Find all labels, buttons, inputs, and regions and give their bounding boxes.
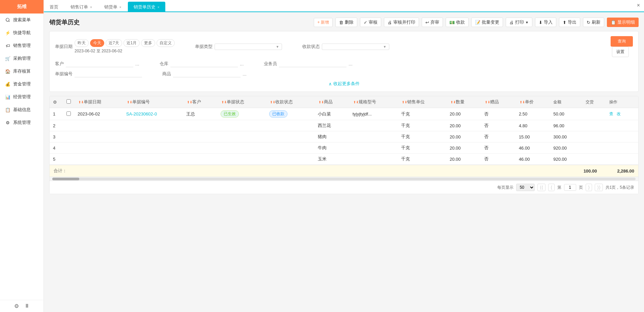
show-detail-button[interactable]: 📋 显示明细 [607, 18, 639, 27]
tag-icon: 🏷 [5, 43, 10, 48]
cell-date [74, 131, 123, 142]
tab-sales-delivery-close[interactable]: × [119, 5, 121, 9]
goods-input[interactable] [173, 71, 241, 77]
delete-icon: 🗑 [339, 20, 343, 25]
sort-qty-button[interactable]: ⬆⬇数量 [450, 99, 465, 104]
next-page-button[interactable]: ⟩ [586, 184, 592, 191]
first-page-button[interactable]: ⟨⟨ [537, 184, 545, 191]
date-chip-7days[interactable]: 近7天 [106, 39, 122, 47]
scroll-thumb[interactable] [52, 178, 79, 180]
doc-type-label: 单据类型 [195, 44, 213, 50]
sidebar-item-sales-mgmt[interactable]: 🏷 销售管理 [0, 39, 44, 52]
doc-no-link[interactable]: SA-20230602-0 [126, 111, 157, 116]
salesperson-input[interactable] [279, 60, 346, 67]
batch-change-button[interactable]: 📝 批量变更 [471, 18, 503, 27]
bottom-pause-icon[interactable]: ⏸ [24, 303, 30, 309]
date-chip-1month[interactable]: 近1月 [123, 39, 140, 47]
audit-button[interactable]: ✓ 审核 [360, 18, 381, 27]
cell-gift: 否 [481, 142, 515, 154]
tab-home[interactable]: 首页 [44, 2, 64, 12]
refresh-button[interactable]: ↻ 刷新 [583, 18, 604, 27]
cell-gift: 否 [481, 120, 515, 131]
warehouse-input[interactable] [170, 60, 238, 67]
sort-price-button[interactable]: ⬆⬇单价 [519, 99, 534, 104]
sidebar-item-ops-mgmt[interactable]: 📊 经营管理 [0, 90, 44, 103]
sort-customer-button[interactable]: ⬆⬇客户 [186, 99, 201, 104]
cell-action [606, 131, 638, 142]
sidebar-item-base-info[interactable]: 📋 基础信息 [0, 103, 44, 116]
sidebar-item-quick-nav[interactable]: ⚡ 快捷导航 [0, 26, 44, 39]
scroll-bar-area[interactable] [50, 177, 638, 181]
cell-payment-status [266, 154, 314, 165]
tab-sales-order-close[interactable]: × [90, 5, 92, 9]
salesperson-dots-button[interactable]: ... [348, 61, 353, 67]
per-page-select[interactable]: 50 100 200 [516, 184, 535, 191]
last-page-button[interactable]: ⟩⟩ [595, 184, 603, 191]
sort-goods-button[interactable]: ⬆⬇商品 [318, 99, 333, 104]
prev-page-button[interactable]: ⟨ [548, 184, 555, 191]
th-qty: ⬆⬇数量 [446, 96, 481, 108]
row-checkbox[interactable] [66, 111, 71, 116]
select-all-checkbox[interactable] [66, 99, 71, 104]
sidebar-item-search-menu[interactable]: 搜索菜单 [0, 14, 44, 26]
date-chip-custom[interactable]: 自定义 [157, 39, 175, 47]
sort-doc-status-button[interactable]: ⬆⬇单据状态 [221, 99, 244, 104]
cell-payment-status: 已收款 [266, 108, 314, 120]
audit-print-button[interactable]: 🖨 审核并打印 [384, 18, 419, 27]
tab-sales-delivery-history[interactable]: 销货单历史 × [128, 2, 165, 12]
table-settings-icon[interactable]: ⚙ [53, 100, 57, 105]
tab-sales-delivery-history-close[interactable]: × [158, 5, 160, 9]
sort-doc-no-button[interactable]: ⬆⬇单据编号 [126, 99, 150, 104]
cell-doc-no [123, 154, 183, 165]
cell-qty: 20.00 [446, 142, 481, 154]
import-button[interactable]: ⬇ 导入 [535, 18, 556, 27]
new-button[interactable]: + 新增 [314, 18, 333, 27]
cell-doc-no: SA-20230602-0 [123, 108, 183, 120]
doc-no-input[interactable] [75, 71, 142, 77]
query-button[interactable]: 查询 [611, 36, 633, 47]
setup-button[interactable]: 设置 [612, 47, 629, 57]
collapse-button[interactable]: ∧ 收起更多条件 [55, 81, 633, 87]
cell-checkbox [63, 120, 74, 131]
cell-amount: 50.00 [550, 108, 582, 120]
print-button[interactable]: 🖨 打印 ▼ [506, 18, 532, 27]
tab-sales-order[interactable]: 销售订单 × [65, 2, 98, 12]
sidebar-item-inventory-calc[interactable]: 🏠 库存核算 [0, 65, 44, 78]
cell-goods: 玉米 [314, 154, 349, 165]
cell-goods: 牛肉 [314, 142, 349, 154]
export-button[interactable]: ⬆ 导出 [559, 18, 580, 27]
cell-payment-status [266, 142, 314, 154]
customer-dots-button[interactable]: ... [135, 61, 139, 67]
cell-doc-no [123, 120, 183, 131]
customer-input[interactable] [66, 60, 133, 67]
sidebar-item-sys-mgmt[interactable]: ⚙ 系统管理 [0, 116, 44, 129]
sort-date-button[interactable]: ⬆⬇单据日期 [78, 99, 101, 104]
tab-bar-close-all[interactable]: × [633, 0, 644, 11]
doc-type-select[interactable]: ▼ [215, 44, 282, 50]
sort-spec-button[interactable]: ⬆⬇规格型号 [353, 99, 376, 104]
sidebar-item-purchase-mgmt[interactable]: 🛒 采购管理 [0, 52, 44, 65]
view-action-button[interactable]: 查 [609, 111, 613, 116]
cell-customer [183, 154, 217, 165]
bottom-settings-icon[interactable]: ⚙ [14, 303, 19, 309]
sidebar-item-funds-mgmt[interactable]: 💰 资金管理 [0, 78, 44, 90]
warehouse-dots-button[interactable]: ... [240, 61, 244, 67]
goods-dots-button[interactable]: ... [243, 71, 247, 77]
tab-sales-delivery[interactable]: 销货单 × [99, 2, 127, 12]
discard-button[interactable]: ↩ 弃审 [422, 18, 443, 27]
sort-gift-button[interactable]: ⬆⬇赠品 [484, 99, 499, 104]
sort-unit-button[interactable]: ⬆⬇销售单位 [401, 99, 425, 104]
cell-gift: 否 [481, 131, 515, 142]
date-chip-yesterday[interactable]: 昨天 [75, 39, 89, 47]
edit-action-button[interactable]: 改 [617, 111, 621, 116]
date-chip-today[interactable]: 今天 [90, 39, 104, 47]
doc-no-label: 单据编号 [55, 71, 73, 77]
cell-qty: 20.00 [446, 154, 481, 165]
date-chip-more[interactable]: 更多 [141, 39, 155, 47]
sidebar-item-label: 库存核算 [13, 68, 31, 74]
payment-status-select[interactable]: ▼ [322, 44, 389, 50]
page-input[interactable] [564, 184, 576, 191]
delete-button[interactable]: 🗑 删除 [335, 18, 357, 27]
sort-payment-status-button[interactable]: ⬆⬇收款状态 [269, 99, 293, 104]
collect-button[interactable]: 💵 收款 [446, 18, 469, 27]
